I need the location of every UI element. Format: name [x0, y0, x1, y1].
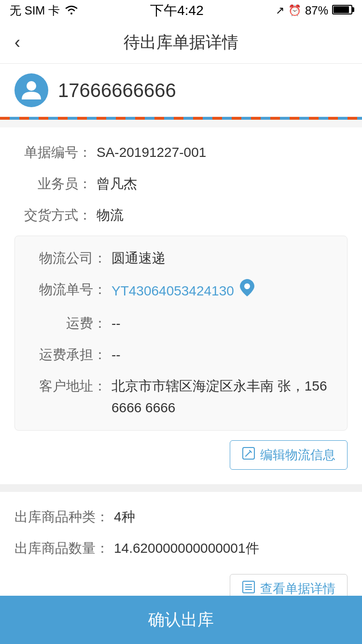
logistics-company-value: 圆通速递 — [107, 248, 333, 269]
order-no-value: SA-20191227-001 — [92, 142, 348, 164]
freight-bearer-value: -- — [107, 344, 333, 366]
salesman-label: 业务员： — [14, 173, 92, 195]
delivery-value: 物流 — [92, 205, 348, 226]
nav-bar: ‹ 待出库单据详情 — [0, 21, 362, 64]
status-bar: 无 SIM 卡 下午4:42 ↗ ⏰ 87% — [0, 0, 362, 21]
battery-percent: 87% — [305, 4, 328, 17]
salesman-value: 曾凡杰 — [92, 173, 348, 195]
edit-logistics-container: 编辑物流信息 — [14, 440, 348, 470]
goods-types-value: 4种 — [109, 506, 348, 528]
back-button[interactable]: ‹ — [14, 32, 20, 53]
freight-label: 运费： — [29, 313, 107, 335]
customer-header: 17666666666 — [0, 64, 362, 117]
edit-icon — [242, 447, 255, 463]
logistics-tracking-label: 物流单号： — [29, 279, 107, 301]
battery-icon — [332, 4, 352, 17]
list-icon — [242, 580, 255, 597]
logistics-company-label: 物流公司： — [29, 248, 107, 269]
status-left: 无 SIM 卡 — [10, 3, 78, 18]
map-pin-icon[interactable] — [240, 279, 254, 303]
freight-bearer-row: 运费承担： -- — [29, 344, 333, 366]
delivery-row: 交货方式： 物流 — [14, 205, 348, 226]
carrier-text: 无 SIM 卡 — [10, 3, 60, 18]
svg-point-0 — [27, 81, 36, 91]
address-row: 客户地址： 北京市市辖区海淀区永丰南 张，156 6666 6666 — [29, 376, 333, 419]
edit-logistics-label: 编辑物流信息 — [260, 447, 335, 463]
edit-logistics-button[interactable]: 编辑物流信息 — [230, 440, 348, 470]
avatar — [14, 73, 48, 107]
address-value: 北京市市辖区海淀区永丰南 张，156 6666 6666 — [107, 376, 333, 419]
confirm-button[interactable]: 确认出库 — [0, 596, 362, 644]
order-info-section: 单据编号： SA-20191227-001 业务员： 曾凡杰 交货方式： 物流 … — [0, 127, 362, 484]
goods-quantity-row: 出库商品数量： 14.620000000000001件 — [14, 538, 348, 560]
confirm-button-label: 确认出库 — [148, 609, 214, 631]
salesman-row: 业务员： 曾凡杰 — [14, 173, 348, 195]
goods-types-label: 出库商品种类： — [14, 506, 109, 528]
goods-types-row: 出库商品种类： 4种 — [14, 506, 348, 528]
status-time: 下午4:42 — [150, 1, 204, 20]
logistics-tracking-row: 物流单号： YT43064053424130 — [29, 279, 333, 303]
svg-point-1 — [244, 283, 250, 289]
alarm-icon: ⏰ — [288, 4, 301, 17]
goods-quantity-label: 出库商品数量： — [14, 538, 109, 560]
status-right: ↗ ⏰ 87% — [276, 4, 352, 17]
logistics-company-row: 物流公司： 圆通速递 — [29, 248, 333, 269]
view-detail-label: 查看单据详情 — [260, 580, 335, 597]
order-no-row: 单据编号： SA-20191227-001 — [14, 142, 348, 164]
customer-phone: 17666666666 — [58, 80, 176, 101]
address-label: 客户地址： — [29, 376, 107, 397]
dashed-divider — [0, 117, 362, 120]
page-title: 待出库单据详情 — [124, 31, 238, 54]
wifi-icon — [65, 4, 78, 17]
location-status-icon: ↗ — [276, 4, 284, 17]
freight-bearer-label: 运费承担： — [29, 344, 107, 366]
goods-quantity-value: 14.620000000000001件 — [109, 538, 348, 560]
gray-separator — [0, 484, 362, 492]
person-icon — [19, 78, 43, 102]
delivery-label: 交货方式： — [14, 205, 92, 226]
logistics-section: 物流公司： 圆通速递 物流单号： YT43064053424130 运费： --… — [14, 236, 348, 431]
logistics-tracking-value: YT43064053424130 — [107, 279, 333, 303]
freight-row: 运费： -- — [29, 313, 333, 335]
order-no-label: 单据编号： — [14, 142, 92, 164]
freight-value: -- — [107, 313, 333, 335]
